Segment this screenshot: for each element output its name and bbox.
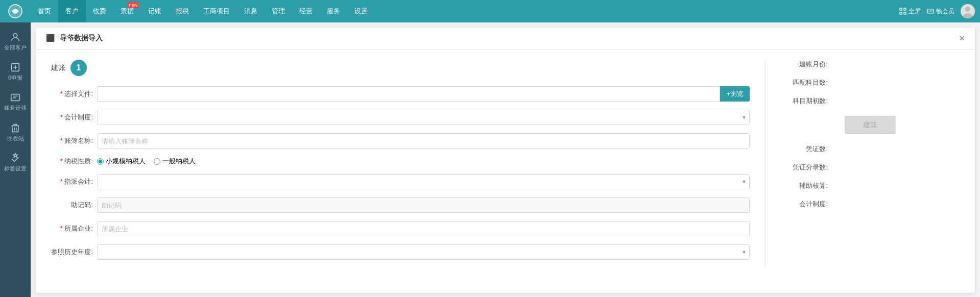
browse-button[interactable]: +浏览 bbox=[720, 86, 750, 102]
fullscreen-button[interactable]: 全屏 bbox=[899, 7, 921, 16]
right-accounting-system-row: 会计制度: bbox=[781, 200, 960, 209]
tax-type-row: 纳税性质: 小规模纳税人 一般纳税人 bbox=[51, 157, 750, 166]
accounting-system-label: 会计制度: bbox=[51, 113, 97, 122]
sidebar-item-all-customers-label: 全部客户 bbox=[4, 44, 27, 51]
sidebar-item-account-migration[interactable]: 账套迁移 bbox=[0, 88, 31, 115]
accountant-label: 指派会计: bbox=[51, 177, 97, 186]
right-build-month-row: 建账月份: bbox=[781, 60, 960, 69]
accounting-system-select[interactable] bbox=[97, 110, 750, 125]
top-navigation: 首页 客户 收费 票据 new 记账 报税 工商项目 消息 管理 经营 服务 设… bbox=[0, 0, 980, 22]
radio-small-input[interactable] bbox=[97, 158, 104, 165]
nav-item-operation[interactable]: 经营 bbox=[292, 0, 320, 22]
memo-code-label: 助记码: bbox=[51, 201, 97, 210]
nav-item-home[interactable]: 首页 bbox=[31, 0, 58, 22]
nav-item-manage[interactable]: 管理 bbox=[265, 0, 292, 22]
svg-point-1 bbox=[14, 10, 17, 13]
sidebar-item-tag-settings[interactable]: 标签设置 bbox=[0, 148, 31, 176]
sidebar-item-tag-settings-label: 标签设置 bbox=[4, 165, 27, 172]
radio-small-taxpayer[interactable]: 小规模纳税人 bbox=[97, 157, 146, 166]
form-right: 建账月份: 匹配科目数: 科目期初数: 建账 bbox=[766, 60, 960, 268]
svg-rect-4 bbox=[900, 12, 902, 14]
nav-item-settings[interactable]: 设置 bbox=[347, 0, 375, 22]
sidebar-item-all-customers[interactable]: 全部客户 bbox=[0, 28, 31, 55]
nav-items-list: 首页 客户 收费 票据 new 记账 报税 工商项目 消息 管理 经营 服务 设… bbox=[31, 0, 899, 22]
accountant-select[interactable] bbox=[97, 174, 750, 189]
nav-right-controls: 全屏 畅会员 bbox=[899, 4, 975, 18]
sidebar-item-trash[interactable]: 回收站 bbox=[0, 118, 31, 146]
tax-type-label: 纳税性质: bbox=[51, 157, 97, 166]
company-row: 所属企业: bbox=[51, 221, 750, 236]
right-match-row: 匹配科目数: bbox=[781, 78, 960, 87]
vip-label: 畅会员 bbox=[936, 7, 954, 16]
sidebar-item-zero-declare[interactable]: 0申报 bbox=[0, 58, 31, 85]
history-year-label: 参照历史年度: bbox=[51, 247, 97, 257]
memo-code-row: 助记码: bbox=[51, 197, 750, 213]
accounting-system-select-wrapper bbox=[97, 110, 750, 125]
file-label: 选择文件: bbox=[51, 89, 97, 98]
svg-point-10 bbox=[13, 34, 17, 37]
step-label: 建账 bbox=[51, 63, 65, 72]
company-input[interactable] bbox=[97, 221, 750, 236]
nav-item-tax[interactable]: 报税 bbox=[169, 0, 196, 22]
dialog-body: 建账 1 选择文件: +浏览 会计制度: bbox=[36, 50, 975, 278]
nav-item-message[interactable]: 消息 bbox=[237, 0, 265, 22]
accounting-system-row: 会计制度: bbox=[51, 110, 750, 125]
right-subject-init-label: 科目期初数: bbox=[781, 96, 832, 106]
svg-point-8 bbox=[965, 7, 970, 12]
main-layout: 全部客户 0申报 账套迁移 回收站 bbox=[0, 22, 980, 297]
nav-item-business[interactable]: 工商项目 bbox=[196, 0, 237, 22]
dialog-close-button[interactable]: × bbox=[959, 34, 965, 43]
right-accounting-system-label: 会计制度: bbox=[781, 200, 832, 209]
step-circle: 1 bbox=[70, 60, 87, 76]
nav-item-fee[interactable]: 收费 bbox=[86, 0, 113, 22]
sidebar-item-zero-declare-label: 0申报 bbox=[8, 75, 22, 81]
tax-type-radio-group: 小规模纳税人 一般纳税人 bbox=[97, 157, 750, 166]
history-year-select-wrapper bbox=[97, 244, 750, 260]
dialog-title-wrapper: ⬛ 导爷数据导入 bbox=[46, 34, 103, 43]
radio-general-input[interactable] bbox=[154, 158, 160, 165]
history-year-select[interactable] bbox=[97, 244, 750, 260]
nav-item-bookkeeping[interactable]: 记账 bbox=[141, 0, 169, 22]
user-avatar[interactable] bbox=[961, 4, 975, 18]
radio-general-taxpayer[interactable]: 一般纳税人 bbox=[154, 157, 196, 166]
content-area: ⬛ 导爷数据导入 × 建账 1 选择文件: bbox=[31, 22, 980, 297]
right-voucher-entry-row: 凭证分录数: bbox=[781, 163, 960, 172]
step-section: 建账 1 bbox=[51, 60, 750, 76]
svg-rect-5 bbox=[904, 12, 906, 14]
accountant-select-wrapper bbox=[97, 174, 750, 189]
fullscreen-label: 全屏 bbox=[909, 7, 921, 16]
right-auxiliary-row: 辅助核算: bbox=[781, 181, 960, 190]
import-dialog: ⬛ 导爷数据导入 × 建账 1 选择文件: bbox=[36, 28, 975, 293]
sidebar-item-trash-label: 回收站 bbox=[7, 135, 24, 142]
app-logo[interactable] bbox=[5, 1, 26, 21]
file-row: 选择文件: +浏览 bbox=[51, 86, 750, 102]
company-label: 所属企业: bbox=[51, 224, 97, 233]
ledger-name-input[interactable] bbox=[97, 133, 750, 148]
file-input[interactable] bbox=[97, 86, 720, 102]
nav-item-invoice[interactable]: 票据 new bbox=[113, 0, 141, 22]
dialog-title: 导爷数据导入 bbox=[60, 34, 103, 42]
right-auxiliary-label: 辅助核算: bbox=[781, 181, 832, 190]
svg-rect-3 bbox=[904, 8, 906, 10]
right-voucher-count-row: 凭证数: bbox=[781, 144, 960, 154]
memo-code-input[interactable] bbox=[97, 197, 750, 213]
import-icon: ⬛ bbox=[46, 34, 55, 42]
right-voucher-entry-label: 凭证分录数: bbox=[781, 163, 832, 172]
nav-item-service[interactable]: 服务 bbox=[320, 0, 347, 22]
nav-item-customer[interactable]: 客户 bbox=[58, 0, 86, 22]
vip-button[interactable]: 畅会员 bbox=[927, 7, 954, 16]
sidebar: 全部客户 0申报 账套迁移 回收站 bbox=[0, 22, 31, 297]
svg-rect-2 bbox=[900, 8, 902, 10]
radio-general-label: 一般纳税人 bbox=[162, 157, 196, 166]
right-match-label: 匹配科目数: bbox=[781, 78, 832, 87]
right-voucher-count-label: 凭证数: bbox=[781, 144, 832, 154]
dialog-header: ⬛ 导爷数据导入 × bbox=[36, 28, 975, 50]
sidebar-item-account-migration-label: 账套迁移 bbox=[4, 105, 27, 111]
new-badge: new bbox=[127, 2, 139, 8]
right-subject-init-row: 科目期初数: bbox=[781, 96, 960, 106]
radio-small-label: 小规模纳税人 bbox=[106, 157, 146, 166]
build-account-button[interactable]: 建账 bbox=[845, 116, 896, 134]
accountant-row: 指派会计: bbox=[51, 174, 750, 189]
file-input-group: +浏览 bbox=[97, 86, 750, 102]
ledger-name-row: 账簿名称: bbox=[51, 133, 750, 148]
